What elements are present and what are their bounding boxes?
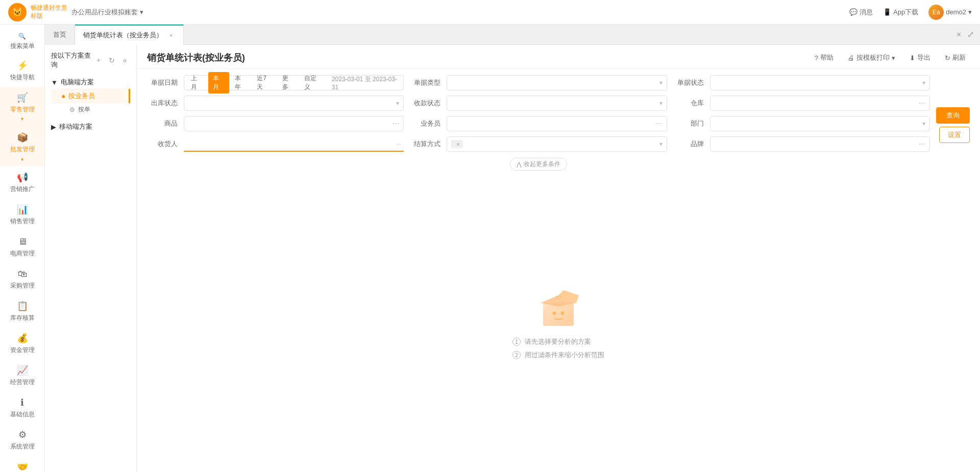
brand-label: 品牌 bbox=[673, 139, 704, 149]
tab-bar: 首页 销货单统计表（按业务员） × × ⤢ bbox=[45, 25, 980, 45]
product-select[interactable]: ··· bbox=[184, 116, 404, 131]
empty-state: ↑↑ 1 请先选择要分析的方案 2 用过滤条件来缩小分析范围 bbox=[137, 173, 980, 472]
panel-collapse-button[interactable]: « bbox=[120, 55, 130, 65]
sidebar-item-wholesale[interactable]: 📦 批发管理 ▴ bbox=[0, 127, 44, 167]
warehouse-select[interactable]: ··· bbox=[710, 96, 930, 111]
sidebar-item-quick-nav[interactable]: ⚡ 快捷导航 bbox=[0, 55, 44, 87]
scheme-sub-item-order[interactable]: ⚙ 按单 bbox=[51, 103, 130, 116]
page-content: 按以下方案查询 ＋ ↻ « ▼ 电脑端方案 ● 按业务员 bbox=[45, 45, 980, 472]
doc-type-label: 单据类型 bbox=[410, 78, 440, 87]
date-btn-this-year[interactable]: 本年 bbox=[230, 72, 251, 93]
collapse-button[interactable]: ⋀ 收起更多条件 bbox=[510, 158, 567, 171]
sidebar-item-finance[interactable]: 💰 资金管理 bbox=[0, 327, 44, 360]
user-menu[interactable]: Ea demo2 ▾ bbox=[928, 5, 972, 20]
marketing-icon: 📢 bbox=[17, 172, 28, 183]
sidebar-item-collab[interactable]: 🤝 企业协同 bbox=[0, 456, 44, 472]
hint-num-2: 2 bbox=[512, 351, 521, 359]
scheme-category-pc-title[interactable]: ▼ 电脑端方案 bbox=[51, 76, 130, 89]
expand-icon: ▾ bbox=[21, 116, 23, 122]
scheme-category-mobile-title[interactable]: ▶ 移动端方案 bbox=[51, 120, 130, 133]
print-button[interactable]: 🖨 按模板打印 ▾ bbox=[844, 51, 899, 64]
download-icon: 📱 bbox=[883, 8, 891, 16]
filter-container: 单据日期 上月 本月 本年 近7天 更多 自定义 2023-03-01 至 20… bbox=[137, 69, 980, 173]
query-button[interactable]: 查询 bbox=[936, 107, 970, 124]
collect-status-select[interactable]: ▾ bbox=[447, 96, 667, 111]
sidebar-item-retail[interactable]: 🛒 零售管理 ▾ bbox=[0, 87, 44, 127]
sidebar-item-management[interactable]: 📈 经营管理 bbox=[0, 360, 44, 392]
wholesale-icon: 📦 bbox=[17, 132, 28, 143]
warehouse-dots-icon: ··· bbox=[919, 99, 925, 108]
sidebar-item-marketing[interactable]: 📢 营销推广 bbox=[0, 167, 44, 199]
content-area: 首页 销货单统计表（按业务员） × × ⤢ 按以下方案查询 ＋ ↻ « bbox=[45, 25, 980, 472]
settlement-select[interactable]: × ▾ bbox=[447, 136, 667, 152]
tab-close-button[interactable]: × bbox=[167, 31, 175, 39]
panel-header: 按以下方案查询 ＋ ↻ « bbox=[45, 51, 136, 74]
sales-icon: 📊 bbox=[17, 204, 28, 215]
refresh-button[interactable]: ↻ 刷新 bbox=[941, 51, 970, 64]
date-selector[interactable]: 上月 本月 本年 近7天 更多 自定义 2023-03-01 至 2023-03… bbox=[184, 75, 404, 90]
tab-fullscreen-icon[interactable]: ⤢ bbox=[967, 30, 974, 39]
collab-icon: 🤝 bbox=[17, 461, 28, 472]
sidebar-item-inventory[interactable]: 📋 库存核算 bbox=[0, 295, 44, 327]
page-title: 销货单统计表(按业务员) bbox=[147, 52, 245, 64]
hint-num-1: 1 bbox=[512, 338, 521, 346]
date-btn-more[interactable]: 更多 bbox=[278, 72, 299, 93]
sidebar-item-sales[interactable]: 📊 销售管理 bbox=[0, 199, 44, 231]
scheme-item-salesperson[interactable]: ● 按业务员 bbox=[51, 89, 130, 103]
help-button[interactable]: ? 帮助 bbox=[811, 51, 838, 64]
doc-status-select[interactable]: ▾ bbox=[710, 75, 930, 90]
panel-refresh-button[interactable]: ↻ bbox=[107, 55, 117, 65]
out-status-label: 出库状态 bbox=[147, 99, 178, 108]
inventory-icon: 📋 bbox=[17, 300, 28, 312]
panel-add-button[interactable]: ＋ bbox=[93, 55, 104, 65]
out-status-arrow-icon: ▾ bbox=[396, 100, 399, 107]
scheme-category-mobile: ▶ 移动端方案 bbox=[45, 118, 136, 135]
svg-text:↑↑: ↑↑ bbox=[555, 294, 561, 301]
date-btn-7days[interactable]: 近7天 bbox=[252, 72, 277, 93]
filter-row-1: 单据日期 上月 本月 本年 近7天 更多 自定义 2023-03-01 至 20… bbox=[147, 75, 930, 90]
doc-type-select[interactable]: ▾ bbox=[447, 75, 667, 90]
receiver-dots-icon: ··· bbox=[396, 140, 402, 148]
svg-point-4 bbox=[553, 312, 556, 315]
main-layout: 🔍 搜索菜单 ⚡ 快捷导航 🛒 零售管理 ▾ 📦 批发管理 ▴ 📢 营销推广 📊… bbox=[0, 25, 980, 472]
tab-home[interactable]: 首页 bbox=[45, 25, 75, 45]
salesperson-select[interactable]: ··· bbox=[447, 116, 667, 131]
settlement-arrow-icon: ▾ bbox=[659, 140, 663, 148]
search-icon: 🔍 bbox=[18, 33, 26, 40]
date-label: 单据日期 bbox=[147, 78, 178, 87]
dept-select[interactable]: ▾ bbox=[710, 116, 930, 131]
finance-icon: 💰 bbox=[17, 333, 28, 344]
right-buttons: 查询 设置 bbox=[936, 75, 970, 173]
sidebar-search[interactable]: 🔍 搜索菜单 bbox=[0, 29, 44, 55]
sidebar-item-basic-info[interactable]: ℹ 基础信息 bbox=[0, 392, 44, 424]
export-icon: ⬇ bbox=[910, 54, 915, 62]
salesperson-label: 业务员 bbox=[410, 119, 440, 128]
date-btn-this-month[interactable]: 本月 bbox=[208, 72, 229, 93]
brand-select[interactable]: ··· bbox=[710, 136, 930, 152]
tab-close-all-icon[interactable]: × bbox=[957, 30, 961, 39]
panel-icons: ＋ ↻ « bbox=[93, 55, 130, 65]
date-btn-custom[interactable]: 自定义 bbox=[300, 72, 327, 93]
app-download-button[interactable]: 📱 App下载 bbox=[883, 8, 918, 17]
date-btn-last-month[interactable]: 上月 bbox=[186, 72, 207, 93]
user-chevron-icon: ▾ bbox=[968, 8, 972, 16]
out-status-select[interactable]: ▾ bbox=[184, 96, 404, 111]
account-dropdown[interactable]: 办公用品行业模拟账套 ▾ bbox=[71, 8, 143, 17]
sidebar-item-ecommerce[interactable]: 🖥 电商管理 bbox=[0, 231, 44, 263]
settlement-tag-close[interactable]: × bbox=[456, 141, 459, 147]
export-button[interactable]: ⬇ 导出 bbox=[905, 51, 935, 64]
tab-active-report[interactable]: 销货单统计表（按业务员） × bbox=[75, 25, 184, 45]
collapse-bar: ⋀ 收起更多条件 bbox=[147, 154, 930, 173]
sidebar-item-purchase[interactable]: 🛍 采购管理 bbox=[0, 263, 44, 295]
header-right: 💬 消息 📱 App下载 Ea demo2 ▾ bbox=[849, 5, 972, 20]
sidebar-item-system[interactable]: ⚙ 系统管理 bbox=[0, 424, 44, 456]
settlement-label: 结算方式 bbox=[410, 139, 440, 149]
setting-button[interactable]: 设置 bbox=[939, 127, 970, 143]
chevron-down-icon: ▾ bbox=[140, 8, 143, 16]
collapse-icon: ⋀ bbox=[517, 161, 522, 168]
message-button[interactable]: 💬 消息 bbox=[849, 8, 873, 17]
collect-status-label: 收款状态 bbox=[410, 99, 440, 108]
receiver-input[interactable]: ··· bbox=[184, 136, 404, 152]
receiver-label: 收货人 bbox=[147, 139, 178, 149]
filter-fields: 单据日期 上月 本月 本年 近7天 更多 自定义 2023-03-01 至 20… bbox=[147, 75, 930, 173]
